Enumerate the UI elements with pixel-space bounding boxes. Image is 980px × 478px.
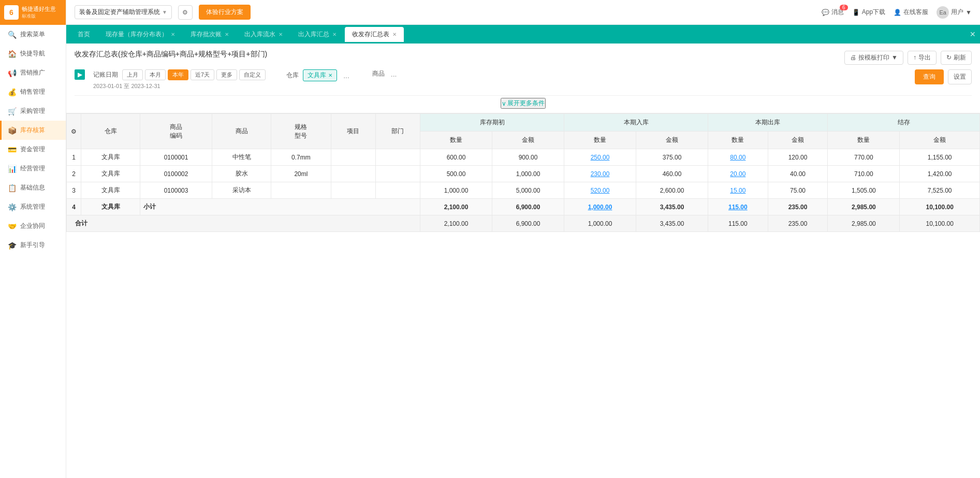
- col-group-opening: 库存期初: [420, 114, 564, 132]
- date-btn-this-month[interactable]: 本月: [145, 69, 166, 80]
- cell-open-amt: 1,000.00: [492, 166, 564, 182]
- tab-close-in-out-summary[interactable]: ✕: [332, 32, 337, 37]
- cell-dept: [375, 182, 420, 199]
- system-selector[interactable]: 装备及固定资产辅助管理系统 ▼: [75, 5, 172, 19]
- cell-warehouse: 文具库: [81, 166, 140, 182]
- cell-name: 中性笔: [212, 149, 271, 166]
- col-header-open-qty: 数量: [420, 132, 492, 149]
- date-btn-more[interactable]: 更多: [216, 69, 237, 80]
- trial-button[interactable]: 体验行业方案: [199, 5, 251, 20]
- print-button[interactable]: 🖨 按模板打印 ▼: [844, 51, 903, 65]
- date-btn-this-year[interactable]: 本年: [168, 69, 188, 80]
- subtotal-warehouse: 文具库: [81, 199, 140, 215]
- refresh-button[interactable]: ↻ 刷新: [941, 51, 972, 65]
- sidebar-item-operations[interactable]: 📊经营管理: [0, 159, 66, 178]
- sidebar-item-system[interactable]: ⚙️系统管理: [0, 197, 66, 216]
- logo-text: 畅捷通好生意 标准版: [22, 5, 56, 19]
- tab-close-receive-summary[interactable]: ✕: [392, 32, 397, 37]
- tab-label-inventory-dist: 现存量（库存分布表）: [106, 30, 168, 39]
- online-service-item[interactable]: 👤 在线客服: [894, 8, 928, 17]
- close-all-tabs-icon[interactable]: ✕: [970, 30, 976, 38]
- sidebar-item-search[interactable]: 🔍搜索菜单: [0, 25, 66, 44]
- tab-close-batch-ledger[interactable]: ✕: [225, 32, 229, 37]
- cell-project: [331, 166, 375, 182]
- subtotal-no: 4: [67, 199, 81, 215]
- warehouse-tag-close-icon[interactable]: ✕: [328, 73, 332, 78]
- cell-out-amt: 120.00: [768, 149, 828, 166]
- cell-spec: [271, 182, 331, 199]
- col-group-balance: 结存: [828, 114, 980, 132]
- date-btn-last-month[interactable]: 上月: [122, 69, 143, 80]
- query-button[interactable]: 查询: [915, 69, 944, 84]
- expand-down-icon: ∨: [502, 100, 506, 107]
- subtotal-label: 小计: [140, 199, 420, 215]
- user-item[interactable]: Ea 用户 ▼: [937, 6, 972, 19]
- expand-more-button[interactable]: ∨ 展开更多条件: [501, 98, 546, 109]
- col-header-project: 项目: [331, 114, 375, 149]
- data-table-container: ⚙ 仓库 商品编码 商品 规格型号 项目 部门 库存期初 本期入库 本期出库 结…: [66, 113, 980, 478]
- date-buttons: 上月 本月 本年 近7天 更多 自定义: [122, 69, 266, 80]
- warehouse-more-icon[interactable]: ...: [341, 71, 352, 80]
- goods-more-icon[interactable]: ...: [389, 70, 399, 78]
- cell-bal-qty: 1,505.00: [828, 182, 900, 199]
- cell-open-amt: 900.00: [492, 149, 564, 166]
- tab-home[interactable]: 首页: [70, 27, 97, 42]
- total-row: 合计 2,100.00 6,900.00 1,000.00 3,435.00 1…: [67, 215, 980, 232]
- cell-warehouse: 文具库: [81, 149, 140, 166]
- col-header-settings[interactable]: ⚙: [67, 114, 81, 149]
- sidebar-item-quick-nav[interactable]: 🏠快捷导航: [0, 44, 66, 63]
- sidebar-item-inventory[interactable]: 📦库存核算: [0, 121, 66, 140]
- user-arrow-icon: ▼: [966, 9, 972, 16]
- expand-filter-button[interactable]: ▶: [75, 69, 85, 80]
- basic-info-icon: 📋: [8, 184, 16, 192]
- sidebar-item-label-system: 系统管理: [20, 202, 45, 211]
- cell-no: 1: [67, 149, 81, 166]
- cell-project: [331, 182, 375, 199]
- selector-arrow-icon: ▼: [162, 9, 167, 15]
- cell-in-qty[interactable]: 230.00: [564, 166, 636, 182]
- message-item[interactable]: 💬 消息 6: [822, 8, 844, 17]
- cell-in-qty[interactable]: 520.00: [564, 182, 636, 199]
- settings-icon[interactable]: ⚙: [178, 5, 193, 20]
- total-out-amt: 235.00: [768, 215, 828, 232]
- sidebar-item-finance[interactable]: 💳资金管理: [0, 140, 66, 159]
- cell-out-amt: 75.00: [768, 182, 828, 199]
- app-download-item[interactable]: 📱 App下载: [852, 8, 885, 17]
- total-in-qty: 1,000.00: [564, 215, 636, 232]
- sidebar-item-guide[interactable]: 🎓新手引导: [0, 236, 66, 255]
- tab-close-inventory-dist[interactable]: ✕: [171, 32, 175, 37]
- cell-in-qty[interactable]: 250.00: [564, 149, 636, 166]
- date-btn-7days[interactable]: 近7天: [191, 69, 214, 80]
- tab-in-out-flow[interactable]: 出入库流水✕: [237, 27, 290, 42]
- logo-icon: 6: [4, 5, 19, 20]
- tab-receive-summary[interactable]: 收发存汇总表✕: [345, 27, 404, 42]
- sales-icon: 💰: [8, 88, 16, 96]
- sidebar-item-purchase[interactable]: 🛒采购管理: [0, 102, 66, 121]
- table-settings-button[interactable]: 设置: [948, 69, 972, 84]
- cell-open-qty: 1,000.00: [420, 182, 492, 199]
- col-header-code: 商品编码: [140, 114, 212, 149]
- date-btn-custom[interactable]: 自定义: [239, 69, 266, 80]
- tab-close-in-out-flow[interactable]: ✕: [279, 32, 283, 37]
- sidebar-item-label-inventory: 库存核算: [20, 126, 45, 135]
- print-arrow-icon: ▼: [891, 54, 898, 61]
- sidebar-item-basic-info[interactable]: 📋基础信息: [0, 178, 66, 197]
- sidebar-item-label-quick-nav: 快捷导航: [20, 49, 45, 58]
- cell-out-qty[interactable]: 15.00: [708, 182, 768, 199]
- cell-out-qty[interactable]: 20.00: [708, 166, 768, 182]
- subtotal-in-qty[interactable]: 1,000.00: [564, 199, 636, 215]
- tab-in-out-summary[interactable]: 出入库汇总✕: [291, 27, 344, 42]
- main-area: 装备及固定资产辅助管理系统 ▼ ⚙ 体验行业方案 💬 消息 6 📱 App下载 …: [66, 0, 980, 478]
- col-header-in-qty: 数量: [564, 132, 636, 149]
- sidebar-item-cooperation[interactable]: 🤝企业协同: [0, 216, 66, 236]
- tab-batch-ledger[interactable]: 库存批次账✕: [183, 27, 236, 42]
- sidebar-item-label-guide: 新手引导: [20, 241, 45, 250]
- total-out-qty: 115.00: [708, 215, 768, 232]
- tab-inventory-dist[interactable]: 现存量（库存分布表）✕: [98, 27, 182, 42]
- subtotal-out-qty[interactable]: 115.00: [708, 199, 768, 215]
- sidebar-item-sales[interactable]: 💰销售管理: [0, 82, 66, 102]
- export-button[interactable]: ↑ 导出: [908, 51, 937, 65]
- cell-out-qty[interactable]: 80.00: [708, 149, 768, 166]
- col-header-bal-qty: 数量: [828, 132, 900, 149]
- sidebar-item-marketing[interactable]: 📢营销推广: [0, 63, 66, 82]
